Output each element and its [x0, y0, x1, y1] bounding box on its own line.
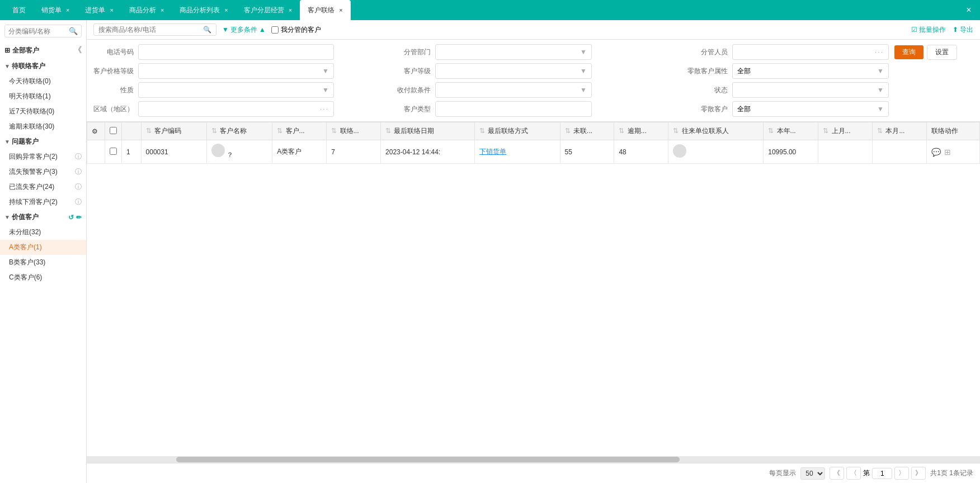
- all-customers-header[interactable]: ⊞ 全部客户 《: [0, 42, 86, 59]
- prev-page-button[interactable]: 〈: [846, 467, 861, 480]
- settings-button[interactable]: 设置: [927, 45, 957, 60]
- region-input[interactable]: ···: [138, 101, 334, 117]
- col-overdue-sort-icon: ⇅: [619, 127, 624, 135]
- retail-attr-input[interactable]: 全部 ▼: [732, 63, 889, 79]
- sidebar-class-c[interactable]: C类客户(6): [0, 270, 86, 285]
- search-box[interactable]: 🔍: [93, 23, 216, 36]
- scrollbar-thumb[interactable]: [176, 457, 680, 462]
- refresh-icon[interactable]: ↺: [68, 214, 74, 221]
- row-code[interactable]: 000031: [141, 140, 206, 164]
- sidebar-continuous-decline[interactable]: 持续下滑客户(2) ⓘ: [0, 195, 86, 210]
- col-settings[interactable]: ⚙: [87, 122, 105, 140]
- filter-status: 状态 ▼: [687, 82, 973, 98]
- col-overdue[interactable]: ⇅ 逾期...: [614, 122, 668, 140]
- row-last-contact-method[interactable]: 下销货单: [475, 140, 560, 164]
- dept-input[interactable]: ▼: [435, 44, 592, 60]
- data-table: ⚙ ⇅ 客户编码 ⇅ 客户名称: [87, 122, 980, 164]
- nav-purchase-order[interactable]: 进货单 ×: [77, 0, 121, 20]
- col-this-month[interactable]: ⇅ 本月...: [873, 122, 927, 140]
- my-customers-checkbox[interactable]: 我分管的客户: [271, 25, 321, 35]
- more-conditions-button[interactable]: ▼ 更多条件 ▲: [222, 25, 266, 35]
- sidebar-search-box[interactable]: 🔍: [4, 25, 82, 37]
- row-checkbox[interactable]: [110, 148, 117, 155]
- sidebar-collapse-icon[interactable]: 《: [74, 45, 82, 55]
- row-message-icon[interactable]: 💬: [931, 148, 941, 157]
- page-size-select[interactable]: 50: [800, 467, 825, 480]
- close-purchase-order-icon[interactable]: ×: [110, 7, 113, 13]
- close-all-button[interactable]: ×: [962, 3, 976, 17]
- nature-input[interactable]: ▼: [138, 82, 334, 98]
- nav-customer-contact[interactable]: 客户联络 ×: [300, 0, 350, 20]
- first-page-button[interactable]: 《: [830, 467, 844, 480]
- col-code[interactable]: ⇅ 客户编码: [141, 122, 206, 140]
- price-level-chevron-icon: ▼: [322, 67, 329, 75]
- row-index: 1: [122, 140, 142, 164]
- select-all-checkbox[interactable]: [110, 127, 117, 134]
- sidebar-repeat-abnormal[interactable]: 回购异常客户(2) ⓘ: [0, 149, 86, 164]
- bulk-operations-button[interactable]: ☑ 批量操作: [911, 25, 946, 35]
- sidebar-search-input[interactable]: [8, 27, 68, 35]
- col-last-month[interactable]: ⇅ 上月...: [818, 122, 873, 140]
- pagination: 《 〈 第 〉 》: [830, 467, 926, 480]
- close-product-analysis-icon[interactable]: ×: [161, 7, 164, 13]
- col-last-contact-method[interactable]: ⇅ 最后联络方式: [475, 122, 560, 140]
- status-input[interactable]: ▼: [732, 82, 889, 98]
- col-not-contacted-sort-icon: ⇅: [565, 127, 571, 135]
- col-contact-count[interactable]: ⇅ 联络...: [327, 122, 381, 140]
- customer-type-input[interactable]: [435, 101, 592, 117]
- sidebar-lost-prediction[interactable]: 流失预警客户(3) ⓘ: [0, 164, 86, 179]
- sidebar-overdue-contact[interactable]: 逾期未联络(30): [0, 119, 86, 134]
- nav-product-analysis[interactable]: 商品分析 ×: [121, 0, 172, 20]
- person-input[interactable]: ···: [732, 44, 889, 60]
- phone-input[interactable]: [138, 44, 334, 60]
- nav-home[interactable]: 首页: [4, 0, 34, 20]
- problem-customers-group[interactable]: ▼ 问题客户: [0, 134, 86, 149]
- horizontal-scrollbar[interactable]: [87, 456, 980, 463]
- export-button[interactable]: ⬆ 导出: [953, 25, 973, 35]
- row-checkbox-cell[interactable]: [105, 140, 122, 164]
- col-this-year[interactable]: ⇅ 本年...: [764, 122, 818, 140]
- row-qr-icon[interactable]: ⊞: [944, 148, 951, 157]
- sidebar-unclassified[interactable]: 未分组(32): [0, 225, 86, 240]
- last-page-button[interactable]: 》: [911, 467, 926, 480]
- next-page-button[interactable]: 〉: [894, 467, 909, 480]
- grid-icon: ⊞: [4, 46, 10, 54]
- close-product-analysis-list-icon[interactable]: ×: [224, 7, 228, 13]
- sidebar-near7-pending[interactable]: 近7天待联络(0): [0, 104, 86, 119]
- price-level-input[interactable]: ▼: [138, 63, 334, 79]
- sidebar-today-pending[interactable]: 今天待联络(0): [0, 74, 86, 89]
- close-customer-segmentation-icon[interactable]: ×: [289, 7, 292, 13]
- nav-customer-segmentation[interactable]: 客户分层经营 ×: [236, 0, 300, 20]
- col-select-all[interactable]: [105, 122, 122, 140]
- my-customers-check[interactable]: [271, 26, 279, 34]
- col-last-contact-date[interactable]: ⇅ 最后联络日期: [381, 122, 475, 140]
- retail-customer-input[interactable]: 全部 ▼: [732, 101, 889, 117]
- payment-input[interactable]: ▼: [435, 82, 592, 98]
- col-not-contacted[interactable]: ⇅ 未联...: [560, 122, 614, 140]
- col-contact-person[interactable]: ⇅ 往来单位联系人: [668, 122, 764, 140]
- row-overdue: 48: [614, 140, 668, 164]
- sidebar-already-lost[interactable]: 已流失客户(24) ⓘ: [0, 179, 86, 195]
- col-customer-type[interactable]: ⇅ 客户...: [272, 122, 327, 140]
- sidebar-tomorrow-pending[interactable]: 明天待联络(1): [0, 89, 86, 104]
- filter-customer-type: 客户类型: [390, 101, 676, 117]
- customer-level-input[interactable]: ▼: [435, 63, 592, 79]
- query-button[interactable]: 查询: [894, 45, 924, 59]
- sidebar-class-b[interactable]: B类客户(33): [0, 255, 86, 270]
- top-right-actions: ☑ 批量操作 ⬆ 导出: [911, 25, 973, 35]
- sidebar-class-a[interactable]: A类客户(1): [0, 240, 86, 255]
- edit-icon[interactable]: ✏: [76, 214, 82, 221]
- pending-contact-group[interactable]: ▼ 待联络客户: [0, 59, 86, 74]
- value-customers-group[interactable]: ▼ 价值客户 ↺ ✏: [0, 210, 86, 225]
- sidebar-search-icon[interactable]: 🔍: [69, 27, 78, 35]
- search-input[interactable]: [98, 26, 203, 34]
- col-name[interactable]: ⇅ 客户名称: [206, 122, 272, 140]
- search-icon[interactable]: 🔍: [203, 26, 211, 34]
- page-number-input[interactable]: [872, 468, 892, 479]
- close-sales-order-icon[interactable]: ×: [66, 7, 69, 13]
- nature-chevron-icon: ▼: [322, 86, 329, 94]
- nav-sales-order[interactable]: 销货单 ×: [34, 0, 77, 20]
- nav-product-analysis-list[interactable]: 商品分析列表 ×: [172, 0, 235, 20]
- close-customer-contact-icon[interactable]: ×: [339, 7, 342, 13]
- info-icon-decline: ⓘ: [75, 197, 82, 207]
